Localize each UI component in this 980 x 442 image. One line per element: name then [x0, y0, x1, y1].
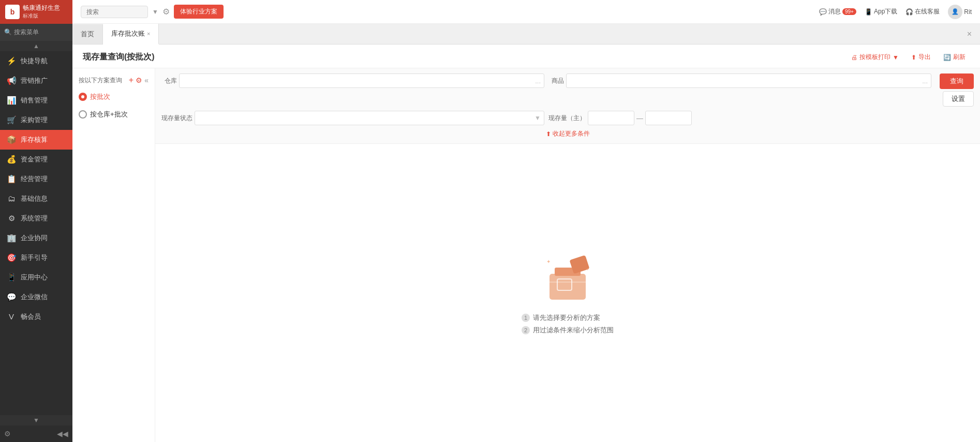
experience-btn[interactable]: 体验行业方案	[174, 5, 224, 19]
sidebar-item-wechat[interactable]: 💬 企业微信	[0, 287, 72, 307]
tab-current[interactable]: 库存批次账 ×	[103, 24, 159, 45]
settings-gear-btn[interactable]: ⚙	[4, 430, 11, 438]
sidebar-item-system[interactable]: ⚙ 系统管理	[0, 209, 72, 228]
scheme-radio-warehouse-batch	[79, 110, 87, 119]
sidebar-item-finance[interactable]: 💰 资金管理	[0, 150, 72, 169]
sidebar-search[interactable]: 🔍 搜索菜单	[0, 24, 72, 41]
app-title: 畅康通好生意	[23, 4, 60, 12]
export-btn[interactable]: ⬆ 导出	[907, 51, 935, 64]
left-scheme-panel: 按以下方案查询 + ⚙ « 按批次 按仓库+批次	[72, 68, 155, 442]
sidebar-item-enterprise[interactable]: 🏢 企业协同	[0, 228, 72, 248]
sidebar-item-operations[interactable]: 📋 经营管理	[0, 169, 72, 189]
status-dropdown-arrow[interactable]: ▼	[533, 114, 542, 122]
inventory-status-label: 现存量状态	[161, 114, 192, 123]
warehouse-input[interactable]	[182, 77, 534, 84]
refresh-btn[interactable]: 🔄 刷新	[939, 51, 970, 64]
collapse-arrow-icon: ⬆	[546, 130, 551, 138]
warehouse-dots-btn[interactable]: ...	[534, 77, 542, 85]
collapse-panel-btn[interactable]: «	[144, 76, 149, 85]
filter-section: 仓库 ... 商品 ...	[155, 68, 980, 144]
tab-home-label: 首页	[81, 30, 94, 39]
empty-hint-2: 2 用过滤条件来缩小分析范围	[522, 326, 614, 335]
operations-icon: 📋	[6, 174, 17, 184]
app-download-item[interactable]: 📱 App下载	[865, 7, 897, 16]
topbar-left: ▼ ⚙ 体验行业方案	[81, 5, 224, 19]
page-title: 现存量查询(按批次)	[83, 52, 155, 63]
close-window-btn[interactable]: ×	[963, 25, 976, 43]
refresh-label: 刷新	[953, 53, 966, 62]
collapse-filter-btn[interactable]: ⬆ 收起更多条件	[546, 129, 590, 138]
sidebar-item-basic[interactable]: 🗂 基础信息	[0, 189, 72, 209]
sidebar-item-quick-nav[interactable]: ⚡ 快捷导航	[0, 51, 72, 71]
qty-max-input[interactable]	[646, 111, 691, 125]
status-filter: 现存量状态 ▼	[161, 111, 544, 125]
sidebar-item-member[interactable]: V 畅会员	[0, 307, 72, 327]
settings-btn[interactable]: ⚙	[162, 7, 170, 17]
add-scheme-btn[interactable]: +	[129, 76, 133, 85]
query-btn[interactable]: 查询	[940, 73, 974, 89]
sidebar-item-marketing[interactable]: 📢 营销推广	[0, 71, 72, 91]
sidebar-item-inventory[interactable]: 📦 库存核算	[0, 130, 72, 150]
action-buttons: 查询 设置	[936, 73, 974, 107]
sidebar-item-newbie[interactable]: 🎯 新手引导	[0, 248, 72, 268]
goods-label: 商品	[548, 77, 564, 85]
hint-num-1: 1	[522, 314, 530, 322]
scheme-item-batch[interactable]: 按批次	[72, 88, 155, 106]
sidebar-header: b 畅康通好生意 标准版	[0, 0, 72, 24]
scroll-up-btn[interactable]: ▲	[0, 41, 72, 51]
sidebar-item-label: 资金管理	[21, 155, 48, 164]
system-icon: ⚙	[6, 214, 17, 223]
tab-home[interactable]: 首页	[72, 24, 103, 44]
inventory-status-input[interactable]	[197, 114, 533, 122]
sidebar-item-label: 快捷导航	[21, 56, 48, 66]
inventory-status-wrap: ▼	[195, 111, 544, 125]
main-area: ▼ ⚙ 体验行业方案 💬 消息 99+ 📱 App下载 🎧 在线客服 👤 Rit	[72, 0, 980, 442]
phone-icon: 📱	[865, 8, 872, 16]
sidebar-item-apps[interactable]: 📱 应用中心	[0, 268, 72, 287]
page-actions: 🖨 按模板打印 ▼ ⬆ 导出 🔄 刷新	[847, 51, 970, 64]
member-icon: V	[6, 312, 17, 321]
hint-text-2: 用过滤条件来缩小分析范围	[533, 326, 614, 335]
scroll-down-btn[interactable]: ▼	[0, 415, 72, 425]
dropdown-arrow[interactable]: ▼	[152, 8, 158, 16]
tab-close-btn[interactable]: ×	[147, 31, 150, 37]
scheme-header: 按以下方案查询 + ⚙ «	[72, 72, 155, 88]
goods-input-wrap: ...	[566, 73, 931, 88]
print-label: 按模板打印	[859, 53, 890, 62]
qty-min-input[interactable]	[588, 111, 634, 125]
sidebar-item-sales[interactable]: 📊 销售管理	[0, 91, 72, 110]
user-profile[interactable]: 👤 Rit	[948, 5, 972, 19]
sidebar-item-purchase[interactable]: 🛒 采购管理	[0, 110, 72, 130]
sidebar: b 畅康通好生意 标准版 🔍 搜索菜单 ▲ ⚡ 快捷导航 📢 营销推广 📊 销售…	[0, 0, 72, 442]
sidebar-item-label: 基础信息	[21, 194, 48, 203]
right-section: 仓库 ... 商品 ...	[155, 68, 980, 442]
warehouse-input-wrap: ...	[179, 73, 544, 88]
avatar: 👤	[948, 5, 962, 19]
messages-item[interactable]: 💬 消息 99+	[819, 7, 856, 16]
sales-icon: 📊	[6, 96, 17, 105]
message-icon: 💬	[819, 8, 827, 16]
tabs-bar: 首页 库存批次账 × ×	[72, 24, 980, 45]
empty-hints: 1 请先选择要分析的方案 2 用过滤条件来缩小分析范围	[522, 313, 614, 338]
enterprise-icon: 🏢	[6, 233, 17, 243]
scheme-batch-label: 按批次	[90, 92, 110, 101]
settings-scheme-btn[interactable]: ⚙	[136, 76, 142, 85]
print-btn[interactable]: 🖨 按模板打印 ▼	[847, 51, 903, 64]
scheme-item-warehouse-batch[interactable]: 按仓库+批次	[72, 106, 155, 123]
svg-text:✦: ✦	[586, 267, 589, 272]
goods-input[interactable]	[569, 77, 921, 84]
warehouse-filter: 仓库 ...	[161, 73, 544, 88]
empty-hint-1: 1 请先选择要分析的方案	[522, 313, 614, 322]
set-btn[interactable]: 设置	[943, 91, 974, 107]
topbar-right: 💬 消息 99+ 📱 App下载 🎧 在线客服 👤 Rit	[819, 5, 972, 19]
app-download-label: App下载	[874, 7, 897, 16]
topbar-search-input[interactable]	[81, 6, 148, 18]
empty-state: ✦ ✦ 1 请先选择要分析的方案 2 用过滤条件来缩小分析范围	[155, 144, 980, 442]
collapse-sidebar-btn[interactable]: ◀◀	[57, 430, 68, 438]
scheme-warehouse-batch-label: 按仓库+批次	[90, 110, 128, 119]
sidebar-menu: ⚡ 快捷导航 📢 营销推广 📊 销售管理 🛒 采购管理 📦 库存核算 💰 资金管…	[0, 51, 72, 415]
hint-text-1: 请先选择要分析的方案	[533, 313, 600, 322]
goods-dots-btn[interactable]: ...	[921, 77, 929, 85]
inventory-qty-label: 现存量（主）	[548, 114, 586, 123]
online-service-item[interactable]: 🎧 在线客服	[905, 7, 940, 16]
